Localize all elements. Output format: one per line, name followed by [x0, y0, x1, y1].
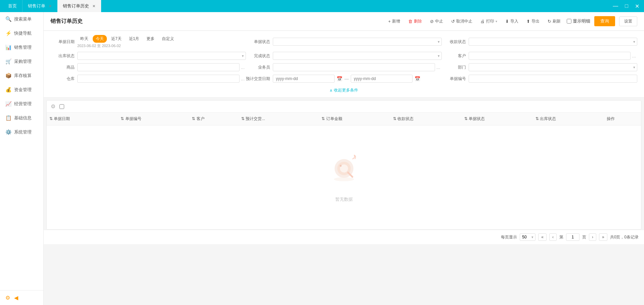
delivery-date-from-input[interactable]: [273, 75, 335, 83]
warehouse-input[interactable]: [77, 75, 240, 83]
date-chip-7days[interactable]: 近7天: [108, 35, 125, 43]
last-page-button[interactable]: »: [599, 233, 607, 241]
empty-state-icon: [327, 152, 361, 192]
sidebar-item-operations[interactable]: 📈 经营管理: [0, 97, 43, 111]
collapse-button[interactable]: ∧ 收起更多条件: [50, 86, 637, 94]
data-table: ⇅ 单据日期 ⇅ 单据编号 ⇅ 客户 ⇅ 预计交货... ⇅ 订单金额: [47, 113, 641, 125]
filter-row-2: 出库状态 完成状态 客户: [50, 52, 637, 60]
filter-row-4: 仓库 ... 预计交货日期 📅 — 📅 单据编号: [50, 75, 637, 83]
table-settings-icon[interactable]: ⚙: [51, 103, 55, 110]
tab-sales-order-history-label: 销售订单历史: [63, 3, 89, 9]
stop-button[interactable]: ⊘ 中止: [428, 17, 445, 26]
operations-icon: 📈: [5, 101, 11, 107]
sidebar: 🔍 搜索菜单 ⚡ 快捷导航 📊 销售管理 🛒 采购管理 📦 库存核算 💰 资金管…: [0, 12, 44, 305]
table-header-row: ⇅ 单据日期 ⇅ 单据编号 ⇅ 客户 ⇅ 预计交货... ⇅ 订单金额: [47, 113, 641, 125]
import-button[interactable]: ⬇ 导入: [503, 17, 520, 26]
sidebar-item-system-mgmt[interactable]: ⚙️ 系统管理: [0, 125, 43, 139]
col-delivery-date-label: ⇅ 预计交货...: [241, 116, 265, 121]
export-button[interactable]: ⬆ 导出: [524, 17, 542, 26]
sidebar-item-purchase-mgmt[interactable]: 🛒 采购管理: [0, 54, 43, 69]
out-status-select[interactable]: [77, 52, 246, 60]
customer-dots[interactable]: ...: [631, 53, 637, 59]
setting-button[interactable]: 设置: [619, 16, 637, 26]
date-chip-custom[interactable]: 自定义: [159, 35, 177, 43]
top-bar: 首页 销售订单 ✕ 销售订单历史 ✕ — □ ✕: [0, 0, 644, 12]
col-payment-status: ⇅ 收款状态: [390, 113, 462, 125]
col-delivery-date: ⇅ 预计交货...: [239, 113, 319, 125]
tab-sales-order-close[interactable]: ✕: [49, 4, 52, 8]
filter-area: 单据日期 昨天 今天 近7天 近1月 更多 自定义 2023-06-02 至 2…: [44, 31, 644, 98]
customer-input[interactable]: [469, 52, 631, 60]
warehouse-dots[interactable]: ...: [240, 76, 246, 81]
salesperson-input[interactable]: [273, 63, 435, 71]
collapse-up-icon: ∧: [330, 88, 333, 93]
first-page-button[interactable]: «: [538, 233, 547, 241]
sidebar-item-sales-mgmt[interactable]: 📊 销售管理: [0, 40, 43, 54]
sidebar-item-quick-nav-label: 快捷导航: [14, 30, 32, 36]
sidebar-item-search-menu[interactable]: 🔍 搜索菜单: [0, 12, 43, 26]
date-chip-today[interactable]: 今天: [93, 35, 107, 43]
empty-illustration: [327, 152, 361, 186]
page-number-input[interactable]: [566, 233, 579, 241]
sidebar-settings-icon[interactable]: ⚙: [5, 295, 10, 301]
collapse-label: 收起更多条件: [334, 87, 358, 93]
topbar-close[interactable]: ✕: [633, 2, 641, 10]
delete-button[interactable]: 🗑 删除: [406, 17, 424, 26]
tab-sales-order-history-close[interactable]: ✕: [92, 4, 95, 8]
topbar-maximize[interactable]: □: [623, 2, 630, 10]
topbar-right: — □ ✕: [611, 2, 641, 10]
print-dropdown-icon[interactable]: ▾: [496, 20, 497, 23]
date-range-text: 2023-06-02 至 2023-06-02: [77, 43, 121, 48]
dept-select[interactable]: [469, 63, 637, 71]
topbar-minimize[interactable]: —: [611, 2, 620, 10]
payment-status-select[interactable]: [469, 38, 637, 46]
sidebar-item-finance[interactable]: 💰 资金管理: [0, 83, 43, 97]
calendar-to-icon[interactable]: 📅: [415, 76, 420, 81]
refresh-icon: ↻: [548, 19, 551, 24]
tab-home[interactable]: 首页: [3, 0, 23, 12]
empty-state: 暂无数据: [47, 125, 641, 229]
delivery-date-to-input[interactable]: [351, 75, 413, 83]
sidebar-item-operations-label: 经营管理: [14, 101, 32, 107]
select-all-checkbox[interactable]: [59, 104, 64, 109]
tab-sales-order-history[interactable]: 销售订单历史 ✕: [57, 0, 101, 12]
tab-list: 首页 销售订单 ✕ 销售订单历史 ✕: [3, 0, 101, 12]
bill-status-select[interactable]: [273, 38, 441, 46]
bill-no-input[interactable]: [469, 75, 637, 83]
page-size-wrapper: 10 20 50 100: [520, 233, 535, 241]
salesperson-label: 业务员: [246, 65, 273, 70]
salesperson-dots[interactable]: ...: [435, 65, 442, 70]
query-button[interactable]: 查询: [594, 16, 615, 26]
next-page-button[interactable]: ›: [589, 233, 596, 241]
new-button[interactable]: + 新增: [386, 17, 402, 26]
sidebar-item-finance-label: 资金管理: [14, 87, 32, 93]
customer-label: 客户: [442, 53, 469, 59]
sidebar-item-quick-nav[interactable]: ⚡ 快捷导航: [0, 26, 43, 40]
goods-input[interactable]: [77, 63, 240, 71]
print-label: 打印: [486, 18, 494, 24]
cancel-stop-button[interactable]: ↺ 取消中止: [449, 17, 474, 26]
col-out-status: ⇅ 出库状态: [533, 113, 604, 125]
page-size-select[interactable]: 10 20 50 100: [520, 233, 535, 241]
sidebar-item-inventory[interactable]: 📦 库存核算: [0, 69, 43, 83]
display-detail-checkbox[interactable]: [567, 19, 571, 24]
sidebar-item-base-info[interactable]: 📋 基础信息: [0, 111, 43, 125]
date-chip-more[interactable]: 更多: [143, 35, 158, 43]
stop-label: 中止: [435, 18, 443, 24]
complete-status-select[interactable]: [273, 52, 441, 60]
goods-dots[interactable]: ...: [240, 65, 246, 70]
calendar-from-icon[interactable]: 📅: [337, 76, 342, 81]
tab-sales-order[interactable]: 销售订单 ✕: [23, 0, 57, 12]
prev-page-button[interactable]: ‹: [549, 233, 557, 241]
sidebar-collapse-icon[interactable]: ◀: [14, 295, 18, 301]
col-action: 操作: [604, 113, 641, 125]
pagination: 每页显示 10 20 50 100 « ‹ 第 页 › » 共0页，0条记录: [44, 230, 644, 244]
complete-status-wrapper: [273, 52, 441, 60]
date-chip-yesterday[interactable]: 昨天: [77, 35, 91, 43]
search-menu-icon: 🔍: [5, 16, 11, 22]
new-label: 新增: [392, 18, 400, 24]
date-chip-1month[interactable]: 近1月: [126, 35, 142, 43]
print-button[interactable]: 🖨 打印 ▾: [478, 17, 499, 26]
base-info-icon: 📋: [5, 115, 11, 121]
refresh-button[interactable]: ↻ 刷新: [546, 17, 563, 26]
